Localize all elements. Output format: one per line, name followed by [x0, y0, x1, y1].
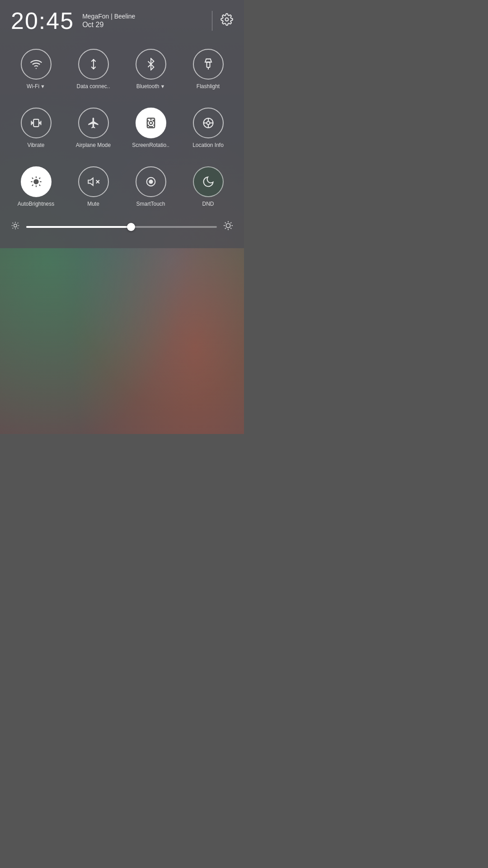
tile-location-circle: [193, 108, 224, 138]
tile-smarttouch-label: SmartTouch: [136, 201, 165, 207]
brightness-slider[interactable]: [26, 226, 217, 228]
tile-location[interactable]: Location Info: [179, 102, 237, 154]
svg-line-48: [225, 228, 226, 229]
svg-line-35: [13, 223, 14, 224]
tile-bluetooth-circle: [136, 49, 166, 80]
tile-data-label: Data connec..: [76, 83, 110, 90]
svg-point-0: [225, 18, 229, 21]
tile-flashlight-label: Flashlight: [197, 83, 220, 90]
svg-line-44: [225, 222, 226, 223]
tile-row-3: AutoBrightness Mute SmartTouch: [0, 157, 244, 216]
svg-line-21: [32, 178, 33, 179]
tile-rotation-label: ScreenRotatio..: [132, 142, 169, 148]
tile-autobrightness[interactable]: AutoBrightness: [7, 161, 65, 212]
svg-point-18: [34, 179, 38, 184]
tile-bluetooth-label: Bluetooth: [136, 83, 160, 90]
tile-flashlight[interactable]: Flashlight: [179, 43, 237, 95]
tile-smarttouch[interactable]: SmartTouch: [122, 161, 179, 212]
svg-rect-3: [206, 62, 210, 67]
tile-airplane[interactable]: Airplane Mode: [65, 102, 122, 154]
svg-line-22: [39, 185, 40, 186]
tile-wifi-label: Wi-Fi: [27, 83, 39, 90]
tile-row-2: Vibrate Airplane Mode: [0, 99, 244, 157]
tile-vibrate-circle: [21, 108, 52, 138]
tile-vibrate-label: Vibrate: [28, 142, 45, 148]
svg-rect-5: [33, 119, 39, 127]
wifi-arrow: ▼: [40, 84, 45, 89]
brightness-fill: [26, 226, 131, 228]
tile-dnd-circle: [193, 166, 224, 197]
clock: 20:45: [11, 9, 74, 33]
brightness-min-icon: [11, 221, 20, 232]
tile-location-label: Location Info: [192, 142, 224, 148]
tile-flashlight-circle: [193, 49, 224, 80]
brightness-slider-row: [0, 216, 244, 239]
tile-autobrightness-label: AutoBrightness: [18, 201, 54, 207]
svg-line-36: [18, 228, 19, 229]
svg-marker-27: [88, 178, 93, 185]
settings-icon[interactable]: [221, 13, 233, 29]
svg-point-13: [206, 122, 210, 125]
svg-point-31: [149, 179, 153, 184]
bluetooth-arrow: ▼: [160, 84, 165, 89]
tile-wifi-circle: [21, 49, 52, 80]
svg-point-41: [226, 223, 230, 227]
svg-line-40: [18, 223, 19, 224]
header-info: MegaFon | Beeline Oct 29: [74, 13, 204, 29]
header: 20:45 MegaFon | Beeline Oct 29: [0, 0, 244, 40]
tile-airplane-circle: [78, 108, 109, 138]
svg-point-32: [14, 224, 17, 227]
svg-line-39: [13, 228, 14, 229]
svg-point-11: [149, 122, 152, 125]
tile-autobrightness-circle: [21, 166, 52, 197]
svg-point-1: [35, 68, 36, 69]
tile-rotation[interactable]: ScreenRotatio..: [122, 102, 179, 154]
carrier-text: MegaFon | Beeline: [82, 13, 204, 20]
svg-line-25: [32, 185, 33, 186]
tile-smarttouch-circle: [136, 166, 166, 197]
header-divider: [212, 11, 212, 31]
tile-row-1: Wi-Fi ▼ Data connec.. Bl: [0, 40, 244, 99]
tile-wifi[interactable]: Wi-Fi ▼: [7, 43, 65, 95]
date-text: Oct 29: [82, 21, 204, 29]
tile-data-circle: [78, 49, 109, 80]
tile-mute-circle: [78, 166, 109, 197]
tile-rotation-circle: [136, 108, 166, 138]
tile-dnd[interactable]: DND: [179, 161, 237, 212]
tile-mute-label: Mute: [87, 201, 99, 207]
brightness-thumb: [127, 223, 135, 231]
tile-vibrate[interactable]: Vibrate: [7, 102, 65, 154]
svg-line-45: [230, 228, 231, 229]
svg-line-49: [230, 222, 231, 223]
svg-line-26: [39, 178, 40, 179]
tile-dnd-label: DND: [202, 201, 214, 207]
tile-mute[interactable]: Mute: [65, 161, 122, 212]
brightness-max-icon: [223, 221, 233, 233]
tile-airplane-label: Airplane Mode: [76, 142, 111, 148]
control-panel: 20:45 MegaFon | Beeline Oct 29: [0, 0, 244, 248]
tile-bluetooth[interactable]: Bluetooth ▼: [122, 43, 179, 95]
tile-data[interactable]: Data connec..: [65, 43, 122, 95]
